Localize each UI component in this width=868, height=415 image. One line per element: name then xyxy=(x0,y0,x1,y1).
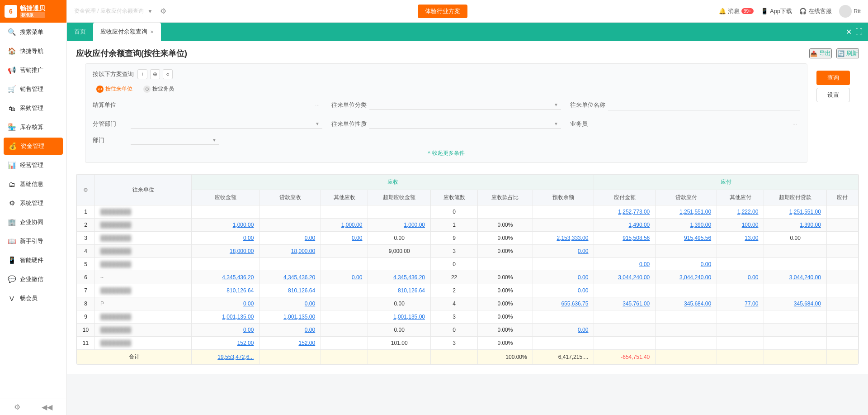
unit-name-input[interactable] xyxy=(608,100,800,110)
row-prepaid[interactable]: 2,153,333.00 xyxy=(533,232,594,245)
row-ar-overdue[interactable]: 1,000.00 xyxy=(368,219,431,232)
sidebar-item-sales[interactable]: 🛒 销售管理 xyxy=(0,80,66,99)
user-avatar-btn[interactable]: Rit xyxy=(839,5,861,18)
row-ar-amount[interactable]: 810,126.64 xyxy=(192,284,259,297)
row-ar-count: 2 xyxy=(430,284,477,297)
tab-query[interactable]: 应收应付余额查询 ✕ xyxy=(93,23,161,41)
row-prepaid[interactable]: 0.00 xyxy=(533,284,594,297)
row-ap-amount[interactable]: 915,508.56 xyxy=(594,232,656,245)
row-ap-loan[interactable]: 1,390.00 xyxy=(656,219,717,232)
solution-button[interactable]: 体验行业方案 xyxy=(418,5,467,18)
row-ap-amount[interactable]: 0.00 xyxy=(594,258,656,271)
row-ar-loan[interactable]: 152.00 xyxy=(259,337,321,350)
breadcrumb-dropdown-icon[interactable]: ▼ xyxy=(147,8,153,14)
sidebar-item-hardware[interactable]: 📱 智能硬件 xyxy=(0,251,66,270)
row-prepaid[interactable]: 0.00 xyxy=(533,245,594,258)
sidebar-collapse-icon[interactable]: ◀◀ xyxy=(42,403,52,411)
row-prepaid[interactable]: 655,636.75 xyxy=(533,297,594,310)
row-ap-loan[interactable]: 1,251,551.00 xyxy=(656,205,717,219)
row-ar-amount[interactable]: 0.00 xyxy=(192,324,259,337)
row-ap-other[interactable]: 77.00 xyxy=(717,297,764,310)
row-ap-overdue[interactable]: 345,684.00 xyxy=(764,297,827,310)
sidebar-item-shortcut[interactable]: 🏠 快捷导航 xyxy=(0,42,66,61)
row-ap-amount[interactable]: 1,490.00 xyxy=(594,219,656,232)
tab-window-close-icon[interactable]: ✕ xyxy=(846,28,852,36)
row-ar-loan[interactable]: 810,126.64 xyxy=(259,284,321,297)
row-ar-other[interactable]: 0.00 xyxy=(321,232,368,245)
row-ap-other[interactable]: 0.00 xyxy=(717,271,764,284)
filter-collapse-btn[interactable]: « xyxy=(163,69,173,79)
row-ar-other[interactable]: 1,000.00 xyxy=(321,219,368,232)
unit-category-select[interactable]: ▼ xyxy=(369,100,561,110)
table-settings-icon[interactable]: ⚙ xyxy=(83,187,88,193)
notifications-btn[interactable]: 🔔 消息 99+ xyxy=(719,7,754,15)
row-ar-loan[interactable]: 0.00 xyxy=(259,232,321,245)
row-ap-amount[interactable]: 345,761.00 xyxy=(594,297,656,310)
tab-expand-icon[interactable]: ⛶ xyxy=(855,28,863,36)
sidebar-item-inventory[interactable]: 🏪 库存核算 xyxy=(0,118,66,137)
row-ap-overdue[interactable]: 3,044,240.00 xyxy=(764,271,827,284)
sidebar-item-enterprise[interactable]: 🏢 企业协同 xyxy=(0,213,66,232)
unit-nature-select[interactable]: ▼ xyxy=(369,119,561,129)
online-service-btn[interactable]: 🎧 在线客服 xyxy=(799,7,832,15)
row-ar-overdue[interactable]: 1,001,135.00 xyxy=(368,310,431,324)
row-ap-other[interactable]: 1,222.00 xyxy=(717,205,764,219)
topbar-settings-icon[interactable]: ⚙ xyxy=(160,7,166,15)
row-ar-overdue[interactable]: 810,126.64 xyxy=(368,284,431,297)
salesperson-input[interactable] xyxy=(611,119,793,129)
sidebar-item-system[interactable]: ⚙ 系统管理 xyxy=(0,194,66,213)
row-ap-loan[interactable]: 0.00 xyxy=(656,258,717,271)
row-ap-extra xyxy=(826,258,858,271)
sidebar-item-operation[interactable]: 📊 经营管理 xyxy=(0,156,66,175)
row-ar-amount[interactable]: 0.00 xyxy=(192,297,259,310)
filter-settings-btn[interactable]: ⊕ xyxy=(150,69,160,79)
row-ar-other[interactable]: 0.00 xyxy=(321,271,368,284)
row-ar-loan[interactable]: 0.00 xyxy=(259,324,321,337)
dept-select[interactable]: ▼ xyxy=(131,136,219,145)
row-ap-loan[interactable]: 345,684.00 xyxy=(656,297,717,310)
row-ar-loan[interactable]: 1,001,135.00 xyxy=(259,310,321,324)
sidebar-item-wechat[interactable]: 💬 企业微信 xyxy=(0,270,66,289)
dept-manage-select[interactable]: ▼ xyxy=(131,119,322,129)
row-ar-loan[interactable]: 18,000.00 xyxy=(259,245,321,258)
sidebar-item-marketing[interactable]: 📢 营销推广 xyxy=(0,61,66,80)
row-ar-amount[interactable]: 4,345,436.20 xyxy=(192,271,259,284)
row-ar-loan[interactable]: 0.00 xyxy=(259,297,321,310)
row-ap-overdue[interactable]: 1,390.00 xyxy=(764,219,827,232)
row-ar-amount[interactable]: 1,000.00 xyxy=(192,219,259,232)
sidebar-settings-icon[interactable]: ⚙ xyxy=(14,403,20,411)
row-ar-amount[interactable]: 1,001,135.00 xyxy=(192,310,259,324)
row-ar-amount[interactable]: 152.00 xyxy=(192,337,259,350)
app-download-btn[interactable]: 📱 App下载 xyxy=(761,7,792,15)
row-ap-other[interactable]: 13.00 xyxy=(717,232,764,245)
tab-home[interactable]: 首页 xyxy=(67,23,93,41)
row-prepaid[interactable]: 0.00 xyxy=(533,324,594,337)
sidebar-item-search[interactable]: 🔍 搜索菜单 xyxy=(0,23,66,42)
row-ap-loan[interactable]: 3,044,240.00 xyxy=(656,271,717,284)
sidebar-item-member[interactable]: V 畅会员 xyxy=(0,289,66,308)
sidebar-item-basic[interactable]: 🗂 基础信息 xyxy=(0,175,66,194)
query-button[interactable]: 查询 xyxy=(816,71,850,85)
filter-scheme-by-staff[interactable]: ⏱ 按业务员 xyxy=(140,84,178,94)
settlement-input[interactable] xyxy=(133,100,315,110)
row-ar-loan[interactable]: 4,345,436.20 xyxy=(259,271,321,284)
export-button[interactable]: 📤 导出 xyxy=(809,48,832,58)
row-ar-amount[interactable]: 0.00 xyxy=(192,232,259,245)
row-prepaid[interactable]: 0.00 xyxy=(533,271,594,284)
sidebar-item-finance[interactable]: 💰 资金管理 xyxy=(4,138,63,155)
row-ar-amount[interactable]: 18,000.00 xyxy=(192,245,259,258)
sidebar-item-guide[interactable]: 📖 新手引导 xyxy=(0,232,66,251)
row-ap-overdue[interactable]: 1,251,551.00 xyxy=(764,205,827,219)
row-ap-other[interactable]: 100.00 xyxy=(717,219,764,232)
refresh-button[interactable]: 🔄 刷新 xyxy=(836,48,859,58)
settings-button[interactable]: 设置 xyxy=(816,88,850,102)
tab-close-icon[interactable]: ✕ xyxy=(150,29,154,34)
row-ar-overdue[interactable]: 4,345,436.20 xyxy=(368,271,431,284)
collapse-more-btn[interactable]: ^ 收起更多条件 xyxy=(93,149,800,157)
filter-add-btn[interactable]: + xyxy=(137,69,147,79)
row-ap-loan[interactable]: 915,495.56 xyxy=(656,232,717,245)
sidebar-item-purchase[interactable]: 🛍 采购管理 xyxy=(0,99,66,118)
row-ap-amount[interactable]: 1,252,773.00 xyxy=(594,205,656,219)
filter-scheme-by-unit[interactable]: 🏷 按往来单位 xyxy=(93,84,136,94)
row-ap-amount[interactable]: 3,044,240.00 xyxy=(594,271,656,284)
